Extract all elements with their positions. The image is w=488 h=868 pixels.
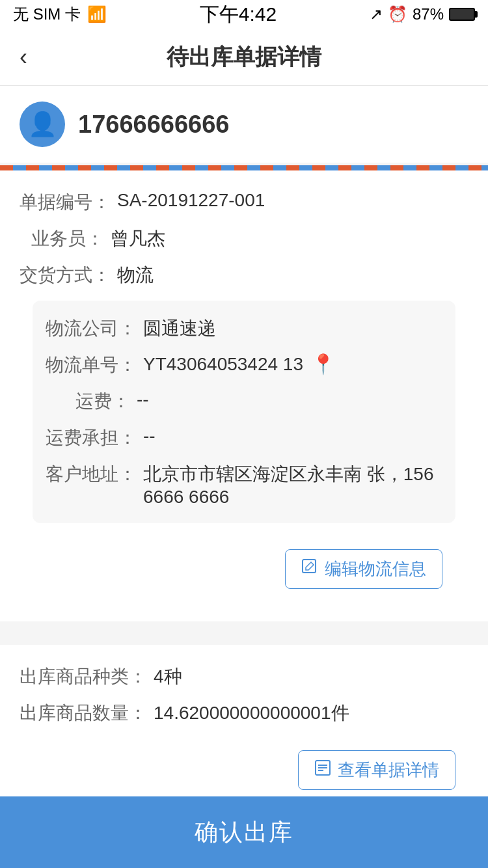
status-bar: 无 SIM 卡 📶 下午4:42 ↗ ⏰ 87% xyxy=(0,0,488,29)
delivery-type-value: 物流 xyxy=(117,263,468,288)
goods-quantity-row: 出库商品数量： 14.620000000000001件 xyxy=(20,701,468,726)
logistics-company-row: 物流公司： 圆通速递 xyxy=(46,316,442,341)
svg-rect-0 xyxy=(303,560,316,573)
carrier-label: 无 SIM 卡 xyxy=(13,4,81,25)
freight-bearer-value: -- xyxy=(143,426,442,446)
nav-bar: ‹ 待出库单据详情 xyxy=(0,29,488,86)
address-label: 客户地址： xyxy=(46,462,137,487)
status-right: ↗ ⏰ 87% xyxy=(370,5,475,23)
order-info-section: 单据编号： SA-20191227-001 业务员： 曾凡杰 交货方式： 物流 … xyxy=(0,170,488,621)
view-detail-button[interactable]: 查看单据详情 xyxy=(298,750,455,790)
order-no-row: 单据编号： SA-20191227-001 xyxy=(20,190,468,215)
logistics-company-value: 圆通速递 xyxy=(143,316,442,341)
status-left: 无 SIM 卡 📶 xyxy=(13,4,107,25)
edit-logistics-label: 编辑物流信息 xyxy=(325,558,426,580)
delivery-type-row: 交货方式： 物流 xyxy=(20,263,468,288)
edit-logistics-button[interactable]: 编辑物流信息 xyxy=(285,549,442,589)
tracking-no-row: 物流单号： YT43064053424 13 📍 xyxy=(46,353,442,377)
section-divider xyxy=(0,624,488,634)
battery-label: 87% xyxy=(413,5,444,23)
tracking-no-label: 物流单号： xyxy=(46,353,137,377)
salesman-row: 业务员： 曾凡杰 xyxy=(20,226,468,251)
freight-row: 运费： -- xyxy=(46,389,442,414)
address-value: 北京市市辖区海淀区永丰南 张，156 6666 6666 xyxy=(143,462,442,508)
map-pin-icon[interactable]: 📍 xyxy=(311,353,335,375)
battery-icon xyxy=(449,8,475,21)
freight-bearer-row: 运费承担： -- xyxy=(46,426,442,450)
back-button[interactable]: ‹ xyxy=(20,44,27,71)
main-content: 👤 17666666666 单据编号： SA-20191227-001 业务员：… xyxy=(0,86,488,868)
goods-category-label: 出库商品种类： xyxy=(20,664,147,689)
page-title: 待出库单据详情 xyxy=(167,42,321,72)
edit-icon xyxy=(301,558,318,580)
confirm-button[interactable]: 确认出库 xyxy=(195,817,293,848)
location-status-icon: ↗ xyxy=(370,5,383,23)
avatar-icon: 👤 xyxy=(28,111,57,138)
delivery-type-label: 交货方式： xyxy=(20,263,111,288)
goods-quantity-label: 出库商品数量： xyxy=(20,701,147,726)
logistics-company-label: 物流公司： xyxy=(46,316,137,341)
customer-phone: 17666666666 xyxy=(78,111,229,139)
bottom-bar[interactable]: 确认出库 xyxy=(0,796,488,868)
avatar: 👤 xyxy=(20,102,65,147)
goods-section: 出库商品种类： 4种 出库商品数量： 14.620000000000001件 查… xyxy=(0,645,488,816)
wifi-icon: 📶 xyxy=(87,5,107,23)
dashed-separator xyxy=(0,165,488,170)
tracking-no-value: YT43064053424 13 📍 xyxy=(143,353,442,375)
order-no-value: SA-20191227-001 xyxy=(117,190,468,211)
view-detail-btn-wrapper: 查看单据详情 xyxy=(20,737,468,796)
status-time: 下午4:42 xyxy=(200,1,277,28)
alarm-icon: ⏰ xyxy=(388,5,407,23)
address-row: 客户地址： 北京市市辖区海淀区永丰南 张，156 6666 6666 xyxy=(46,462,442,508)
goods-category-row: 出库商品种类： 4种 xyxy=(20,664,468,689)
edit-logistics-btn-wrapper: 编辑物流信息 xyxy=(20,523,468,602)
salesman-label: 业务员： xyxy=(20,226,104,251)
logistics-box: 物流公司： 圆通速递 物流单号： YT43064053424 13 📍 运费： … xyxy=(33,301,455,523)
freight-label: 运费： xyxy=(46,389,130,414)
detail-icon xyxy=(314,759,331,781)
salesman-value: 曾凡杰 xyxy=(111,226,468,251)
customer-section: 👤 17666666666 xyxy=(0,86,488,163)
freight-value: -- xyxy=(137,389,442,410)
freight-bearer-label: 运费承担： xyxy=(46,426,137,450)
order-no-label: 单据编号： xyxy=(20,190,111,215)
view-detail-label: 查看单据详情 xyxy=(338,759,439,781)
goods-category-value: 4种 xyxy=(154,664,182,689)
tracking-no-text: YT43064053424 13 xyxy=(143,354,303,375)
goods-quantity-value: 14.620000000000001件 xyxy=(154,701,349,726)
